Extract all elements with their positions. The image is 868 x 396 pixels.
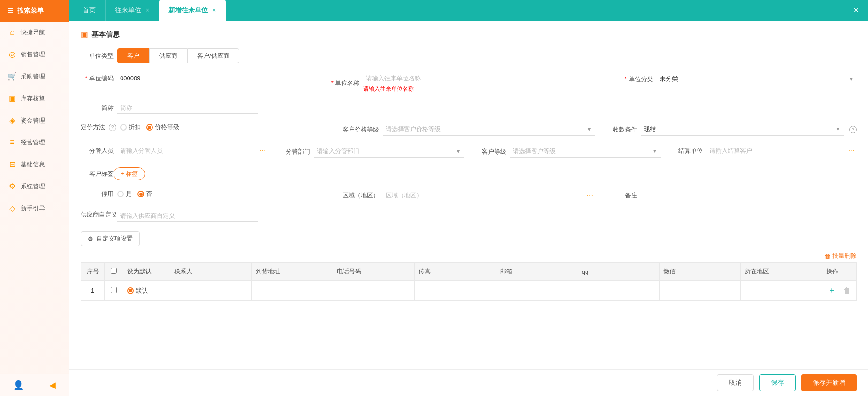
search-menu-item[interactable]: ☰ 搜索菜单 xyxy=(0,0,69,22)
tab-new-partner[interactable]: 新增往来单位 × xyxy=(159,0,226,21)
window-close-button[interactable]: × xyxy=(848,6,864,16)
add-tag-button[interactable]: + 标签 xyxy=(114,167,145,180)
row-address[interactable] xyxy=(251,281,333,301)
disabled-no-radio[interactable]: 否 xyxy=(137,190,152,198)
settle-unit-dots-btn[interactable]: ··· xyxy=(847,147,857,155)
sidebar-item-basic[interactable]: ⊟ 基础信息 xyxy=(0,153,69,175)
purchase-icon: 🛒 xyxy=(8,72,17,81)
payment-terms-info-icon[interactable]: ? xyxy=(849,126,857,133)
disabled-yes-radio[interactable]: 是 xyxy=(117,190,132,198)
batch-delete-area[interactable]: 🗑 批量删除 xyxy=(81,252,857,260)
unit-code-star: * xyxy=(85,75,87,82)
row-default-radio[interactable]: 默认 xyxy=(127,287,166,295)
pricing-method-field: 定价方法 ? 折扣 价格等级 xyxy=(81,123,333,132)
short-name-label: 简称 xyxy=(81,104,114,112)
row-phone-input[interactable] xyxy=(337,287,411,294)
row-add-icon[interactable]: ＋ xyxy=(826,286,838,295)
sidebar-item-purchase[interactable]: 🛒 采购管理 xyxy=(0,65,69,87)
col-qq: qq xyxy=(578,263,659,281)
short-name-input[interactable] xyxy=(117,102,258,114)
row-checkbox[interactable] xyxy=(111,287,117,293)
supplier-custom-label: 供应商自定义 xyxy=(81,210,117,219)
row-wechat-input[interactable] xyxy=(663,287,737,294)
row-region[interactable] xyxy=(741,281,822,301)
section-header: ▣ 基本信息 xyxy=(81,30,857,39)
custom-settings-button[interactable]: ⚙ 自定义项设置 xyxy=(81,231,140,246)
manager-dots-btn[interactable]: ··· xyxy=(258,147,267,155)
sidebar-item-system[interactable]: ⚙ 系统管理 xyxy=(0,175,69,197)
unit-name-input[interactable] xyxy=(363,73,610,84)
settle-unit-input[interactable] xyxy=(707,145,843,156)
cancel-button[interactable]: 取消 xyxy=(717,374,754,391)
batch-delete-icon: 🗑 xyxy=(824,253,830,260)
unit-category-select[interactable]: 未分类 ▼ xyxy=(657,73,857,85)
section-title: 基本信息 xyxy=(91,30,120,39)
sidebar-item-guide[interactable]: ◇ 新手引导 xyxy=(0,197,69,219)
tab-partners[interactable]: 往来单位 × xyxy=(106,0,159,21)
sidebar-item-quick-nav[interactable]: ⌂ 快捷导航 xyxy=(0,22,69,43)
unit-code-input[interactable] xyxy=(117,73,317,84)
tab-home[interactable]: 首页 xyxy=(73,0,106,21)
customer-level-arrow: ▼ xyxy=(652,148,658,155)
region-dots-btn[interactable]: ··· xyxy=(585,191,595,200)
payment-terms-field: 收款条件 现结 ▼ ? xyxy=(604,123,857,136)
save-button[interactable]: 保存 xyxy=(759,374,796,391)
pricing-level-label: 价格等级 xyxy=(155,123,179,132)
pricing-level-radio[interactable]: 价格等级 xyxy=(146,123,179,132)
pricing-info-icon[interactable]: ? xyxy=(109,124,116,131)
row-qq[interactable] xyxy=(578,281,659,301)
dept-arrow: ▼ xyxy=(456,148,461,155)
row-address-input[interactable] xyxy=(256,287,329,294)
save-add-button[interactable]: 保存并新增 xyxy=(801,374,857,391)
row-fax-input[interactable] xyxy=(419,287,492,294)
region-input[interactable] xyxy=(383,190,581,201)
row-wechat[interactable] xyxy=(659,281,741,301)
customer-price-level-select[interactable]: 请选择客户价格等级 ▼ xyxy=(383,123,595,136)
row-email[interactable] xyxy=(496,281,578,301)
row-fax[interactable] xyxy=(415,281,496,301)
unit-type-field: 单位类型 客户 供应商 客户/供应商 xyxy=(81,48,857,63)
row-phone[interactable] xyxy=(333,281,415,301)
sidebar-item-sales[interactable]: ◎ 销售管理 xyxy=(0,43,69,65)
sidebar-user-icon[interactable]: 👤 xyxy=(11,378,25,392)
table-row: 1 默认 xyxy=(81,281,857,301)
pricing-discount-radio[interactable]: 折扣 xyxy=(120,123,141,132)
row-delete-icon[interactable]: 🗑 xyxy=(841,287,853,295)
row-qq-input[interactable] xyxy=(582,287,655,294)
sidebar-item-operations[interactable]: ≡ 经营管理 xyxy=(0,132,69,153)
disabled-yes-circle xyxy=(117,191,124,197)
remark-label: 备注 xyxy=(604,191,637,200)
short-name-field: 简称 xyxy=(81,102,857,114)
sidebar-item-finance[interactable]: ◈ 资金管理 xyxy=(0,109,69,132)
unit-type-customer[interactable]: 客户 xyxy=(117,48,149,63)
row-contact-input[interactable] xyxy=(174,287,248,294)
select-all-checkbox[interactable] xyxy=(111,268,117,274)
row-region-input[interactable] xyxy=(745,287,818,294)
sales-icon: ◎ xyxy=(8,50,17,59)
tab-partners-label: 往来单位 xyxy=(115,6,141,15)
col-email: 邮箱 xyxy=(496,263,578,281)
manager-input[interactable] xyxy=(117,145,254,156)
remark-input[interactable] xyxy=(641,190,857,201)
tab-new-partner-label: 新增往来单位 xyxy=(168,6,208,15)
sidebar-label-sales: 销售管理 xyxy=(21,50,45,59)
row-contact[interactable] xyxy=(170,281,252,301)
supplier-custom-input[interactable] xyxy=(117,210,258,222)
dept-select[interactable]: 请输入分管部门 ▼ xyxy=(314,145,464,158)
sidebar-expand-icon[interactable]: ◀ xyxy=(47,378,58,392)
stock-icon: ▣ xyxy=(8,94,17,103)
guide-icon: ◇ xyxy=(8,204,17,213)
sidebar-item-stock[interactable]: ▣ 库存核算 xyxy=(0,87,69,109)
payment-terms-select[interactable]: 现结 ▼ xyxy=(641,123,844,136)
unit-type-both[interactable]: 客户/供应商 xyxy=(187,48,239,63)
unit-name-field: * 单位名称 请输入往来单位名称 xyxy=(327,73,610,93)
tab-partners-close[interactable]: × xyxy=(146,7,149,14)
unit-type-supplier[interactable]: 供应商 xyxy=(149,48,187,63)
row-actions: ＋ 🗑 xyxy=(826,286,853,295)
customer-level-select[interactable]: 请选择客户等级 ▼ xyxy=(510,145,661,158)
row-email-input[interactable] xyxy=(500,287,574,294)
tab-new-partner-close[interactable]: × xyxy=(213,7,216,14)
unit-category-field: * 单位分类 未分类 ▼ xyxy=(620,73,857,85)
unit-type-group: 客户 供应商 客户/供应商 xyxy=(117,48,239,63)
unit-name-wrap: 请输入往来单位名称 xyxy=(363,73,610,93)
